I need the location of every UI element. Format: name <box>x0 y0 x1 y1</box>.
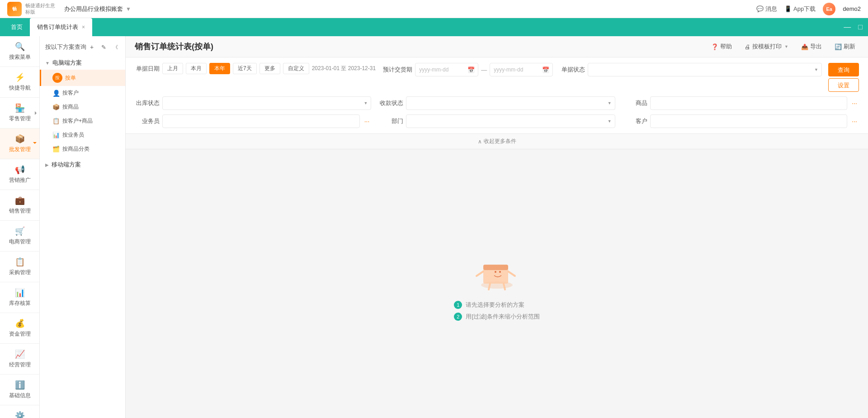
refresh-icon: 🔄 <box>835 43 842 50</box>
inventory-icon: 📊 <box>15 288 25 298</box>
tab-close-btn[interactable]: × <box>82 24 85 30</box>
department-select[interactable] <box>406 114 615 128</box>
sidebar-item-finance[interactable]: 💰 资金管理 <box>0 313 39 344</box>
expected-date-end-input[interactable] <box>490 63 553 76</box>
scheme-item-by-customer-product[interactable]: 📋 按客户+商品 <box>40 114 125 128</box>
empty-steps: 1 请先选择要分析的方案 2 用[过滤]条件来缩小分析范围 <box>454 301 539 321</box>
app-download-btn[interactable]: 📱 App下载 <box>784 5 816 13</box>
sidebar-item-inventory[interactable]: 📊 库存核算 <box>0 282 39 313</box>
expected-date-start-input[interactable] <box>415 63 478 76</box>
template-print-btn[interactable]: 🖨 按模板打印 ▼ <box>741 41 792 52</box>
collapse-filter-bar[interactable]: ∧ 收起更多条件 <box>126 134 868 149</box>
export-btn[interactable]: 📤 导出 <box>797 41 826 52</box>
ecommerce-icon: 🛒 <box>15 226 25 236</box>
scheme-item-by-customer[interactable]: 👤 按客户 <box>40 86 125 100</box>
active-dot: 按 <box>52 73 62 83</box>
tab-sales-order-stats[interactable]: 销售订单统计表 × <box>30 18 92 36</box>
collapse-panel-btn[interactable]: 《 <box>111 43 120 52</box>
customer-product-icon: 📋 <box>52 118 60 125</box>
scheme-item-by-order[interactable]: 按 按单 <box>40 70 125 86</box>
quick-nav-icon: ⚡ <box>15 72 25 82</box>
date-range-text: 2023-01-01 至 2023-12-31 <box>312 65 376 72</box>
sidebar-item-purchase[interactable]: 📋 采购管理 <box>0 252 39 282</box>
receipt-state-select-wrapper <box>406 96 615 110</box>
scheme-group-pc-header[interactable]: ▼ 电脑端方案 <box>40 56 125 70</box>
sidebar-item-wholesale[interactable]: 📦 批发管理 <box>0 128 39 159</box>
help-btn[interactable]: ❓ 帮助 <box>708 41 736 52</box>
date-btn-this-year[interactable]: 本年 <box>209 63 230 74</box>
sidebar-item-basic-info[interactable]: ℹ️ 基础信息 <box>0 375 39 405</box>
step-1-num: 1 <box>454 301 462 309</box>
operations-icon: 📈 <box>15 349 25 359</box>
date-btn-custom[interactable]: 自定义 <box>283 63 309 74</box>
wholesale-icon: 📦 <box>15 134 25 144</box>
message-btn[interactable]: 💬 消息 <box>756 5 777 13</box>
edit-scheme-btn[interactable]: ✎ <box>99 43 108 52</box>
page-header: 销售订单统计表(按单) ❓ 帮助 🖨 按模板打印 ▼ 📤 导出 <box>126 36 868 57</box>
chevron-up-icon: ∧ <box>478 138 482 145</box>
sidebar-item-search-menu[interactable]: 🔍 搜索菜单 <box>0 36 39 67</box>
user-avatar[interactable]: Ea <box>823 3 835 15</box>
sidebar-item-sales[interactable]: 💼 销售管理 <box>0 190 39 221</box>
outbound-state-select[interactable] <box>162 96 371 110</box>
window-minimize-btn[interactable]: — <box>842 21 853 33</box>
sidebar-item-system[interactable]: ⚙️ 系统管理 <box>0 405 39 418</box>
reset-btn[interactable]: 设置 <box>828 78 859 92</box>
template-btn-arrow: ▼ <box>784 44 788 49</box>
customer-input[interactable] <box>650 114 848 128</box>
receipt-state-select[interactable] <box>406 96 615 110</box>
scheme-group-mobile: ▶ 移动端方案 <box>40 158 125 171</box>
product-label: 商品 <box>623 99 647 107</box>
search-btn[interactable]: 查询 <box>828 63 859 76</box>
app-logo-text: 畅捷通好生意 标版 <box>25 3 55 14</box>
user-name[interactable]: demo2 <box>843 5 861 12</box>
product-scheme-icon: 📦 <box>52 104 60 111</box>
empty-step-1: 1 请先选择要分析的方案 <box>454 301 539 309</box>
scheme-item-by-category[interactable]: 🗂️ 按商品分类 <box>40 142 125 156</box>
sales-icon: 💼 <box>15 195 25 205</box>
nav-tabs-right-actions: — □ <box>842 21 864 33</box>
date-btn-last-month[interactable]: 上月 <box>162 63 183 74</box>
order-state-label: 单据状态 <box>560 66 585 74</box>
refresh-btn[interactable]: 🔄 刷新 <box>831 41 859 52</box>
department-label: 部门 <box>378 117 403 125</box>
tab-home[interactable]: 首页 <box>4 18 30 36</box>
customer-more-btn[interactable]: ··· <box>850 116 859 127</box>
salesperson-input[interactable] <box>162 114 360 128</box>
sidebar-item-marketing[interactable]: 📢 营销推广 <box>0 159 39 190</box>
outbound-state-select-wrapper <box>162 96 371 110</box>
customer-label: 客户 <box>623 117 647 125</box>
workspace-dropdown-arrow[interactable]: ▼ <box>126 6 131 12</box>
main-content: 销售订单统计表(按单) ❓ 帮助 🖨 按模板打印 ▼ 📤 导出 <box>126 36 868 418</box>
workspace-area: 办公用品行业模拟账套 ▼ <box>55 5 756 13</box>
sidebar-item-quick-nav[interactable]: ⚡ 快捷导航 <box>0 67 39 98</box>
scheme-item-by-product[interactable]: 📦 按商品 <box>40 100 125 114</box>
scheme-panel: 按以下方案查询 + ✎ 《 ▼ 电脑端方案 按 按单 👤 按客户 <box>40 36 126 418</box>
page-title: 销售订单统计表(按单) <box>135 41 213 52</box>
add-scheme-btn[interactable]: + <box>87 43 96 52</box>
salesperson-label: 业务员 <box>135 117 160 125</box>
outbound-state-label: 出库状态 <box>135 99 160 107</box>
marketing-icon: 📢 <box>15 165 25 175</box>
chevron-right-icon: ▶ <box>45 162 49 167</box>
sidebar-item-operations[interactable]: 📈 经营管理 <box>0 344 39 375</box>
window-maximize-btn[interactable]: □ <box>856 21 864 33</box>
salesperson-icon: 📊 <box>52 132 60 139</box>
sidebar-item-retail[interactable]: 🏪 零售管理 <box>0 98 39 128</box>
page-actions: ❓ 帮助 🖨 按模板打印 ▼ 📤 导出 🔄 刷新 <box>708 41 859 52</box>
product-input[interactable] <box>650 96 848 110</box>
scheme-item-by-salesperson[interactable]: 📊 按业务员 <box>40 128 125 142</box>
panel-header-actions: + ✎ 《 <box>87 43 120 52</box>
date-btn-this-month[interactable]: 本月 <box>186 63 207 74</box>
date-filter: 上月 本月 本年 近7天 更多 自定义 <box>162 63 309 74</box>
system-icon: ⚙️ <box>15 411 25 418</box>
salesperson-more-btn[interactable]: ··· <box>363 116 372 127</box>
date-btn-last-7-days[interactable]: 近7天 <box>233 63 257 74</box>
print-icon: 🖨 <box>745 43 750 50</box>
scheme-group-mobile-header[interactable]: ▶ 移动端方案 <box>40 158 125 171</box>
finance-icon: 💰 <box>15 318 25 328</box>
order-state-select[interactable] <box>588 63 822 76</box>
product-more-btn[interactable]: ··· <box>850 98 859 109</box>
sidebar-item-ecommerce[interactable]: 🛒 电商管理 <box>0 221 39 252</box>
date-btn-more[interactable]: 更多 <box>259 63 280 74</box>
